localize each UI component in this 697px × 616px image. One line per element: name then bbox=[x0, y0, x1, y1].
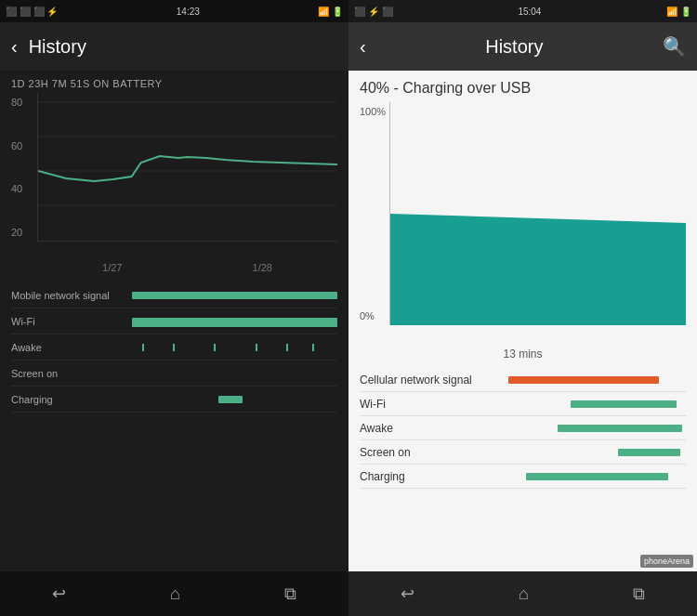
mobile-network-bar bbox=[132, 288, 337, 303]
screen-on-bar bbox=[132, 366, 337, 381]
right-charging-fill bbox=[526, 473, 668, 480]
right-activity-wifi: Wi-Fi bbox=[360, 392, 686, 416]
y-0: 0% bbox=[360, 310, 386, 321]
battery-time-label: 1D 23H 7M 51S ON BATTERY bbox=[0, 71, 348, 93]
right-activity-awake: Awake bbox=[360, 416, 686, 440]
activity-screen-on: Screen on bbox=[11, 360, 337, 387]
right-charging-bar bbox=[508, 470, 686, 483]
left-recents-nav[interactable]: ⧉ bbox=[284, 584, 296, 604]
right-back-button[interactable]: ‹ bbox=[360, 36, 366, 58]
charging-bar-fill bbox=[218, 396, 243, 403]
right-awake-fill bbox=[558, 425, 682, 432]
right-bottom-nav: ↩ ⌂ ⧉ bbox=[348, 571, 697, 616]
right-battery-icon: 📶 🔋 bbox=[666, 7, 691, 17]
left-home-nav[interactable]: ⌂ bbox=[170, 584, 180, 604]
right-activity-bars: Cellular network signal Wi-Fi Awake Scre… bbox=[348, 364, 697, 492]
left-bottom-nav: ↩ ⌂ ⧉ bbox=[0, 571, 348, 616]
left-header: ‹ History bbox=[0, 22, 348, 71]
right-notification-icons: ⬛ ⚡ ⬛ bbox=[354, 7, 393, 17]
right-y-axis: 100% 0% bbox=[360, 102, 386, 325]
charging-status-label: 40% - Charging over USB bbox=[348, 71, 697, 102]
left-battery-icon: 📶 🔋 bbox=[318, 7, 343, 17]
right-activity-charging: Charging bbox=[360, 465, 686, 489]
cellular-bar-fill bbox=[508, 376, 659, 384]
y-20: 20 bbox=[11, 227, 22, 238]
y-100: 100% bbox=[360, 106, 386, 117]
right-activity-cellular: Cellular network signal bbox=[360, 368, 686, 392]
left-status-bar: ⬛ ⬛ ⬛ ⚡ 14:23 📶 🔋 bbox=[0, 0, 348, 22]
right-screen-bar bbox=[508, 446, 686, 459]
svg-marker-4 bbox=[390, 214, 686, 325]
right-awake-label: Awake bbox=[360, 422, 508, 435]
date-127: 1/27 bbox=[102, 262, 122, 273]
awake-bar bbox=[132, 340, 337, 355]
mobile-bar-fill bbox=[132, 292, 337, 299]
battery-charging-chart bbox=[390, 102, 686, 325]
right-wifi-label: Wi-Fi bbox=[360, 398, 508, 411]
search-icon[interactable]: 🔍 bbox=[663, 35, 686, 58]
watermark: phoneArena bbox=[640, 555, 693, 568]
awake-tick-3 bbox=[214, 344, 216, 351]
right-content: 40% - Charging over USB 100% 0% 13 mins … bbox=[348, 71, 697, 571]
activity-charging: Charging bbox=[11, 387, 337, 413]
right-chart-area: 100% 0% bbox=[348, 102, 697, 344]
awake-tick-2 bbox=[173, 344, 175, 351]
right-screen-fill bbox=[618, 449, 680, 456]
left-notification-icons: ⬛ ⬛ ⬛ ⚡ bbox=[6, 7, 58, 17]
right-awake-bar bbox=[508, 422, 686, 435]
right-home-nav[interactable]: ⌂ bbox=[519, 584, 529, 604]
mobile-network-label: Mobile network signal bbox=[11, 290, 132, 301]
right-recents-nav[interactable]: ⧉ bbox=[633, 584, 645, 604]
right-wifi-bar bbox=[508, 398, 686, 411]
right-x-label: 13 mins bbox=[348, 344, 697, 364]
cellular-label: Cellular network signal bbox=[360, 374, 508, 387]
right-title: History bbox=[485, 36, 543, 58]
awake-tick-6 bbox=[312, 344, 314, 351]
right-wifi-fill bbox=[571, 400, 677, 408]
wifi-bar bbox=[132, 314, 337, 329]
charging-bar bbox=[132, 392, 337, 407]
awake-label: Awake bbox=[11, 342, 132, 353]
right-header: ‹ History 🔍 bbox=[348, 22, 697, 71]
right-charging-label: Charging bbox=[360, 470, 508, 483]
right-chart-inner bbox=[389, 102, 686, 325]
left-time: 14:23 bbox=[177, 7, 200, 17]
cellular-bar bbox=[508, 374, 686, 387]
left-panel: ⬛ ⬛ ⬛ ⚡ 14:23 📶 🔋 ‹ History 1D 23H 7M 51… bbox=[0, 0, 348, 616]
date-128: 1/28 bbox=[253, 262, 272, 273]
left-status-icons: ⬛ ⬛ ⬛ ⚡ bbox=[6, 7, 58, 17]
right-panel: ⬛ ⚡ ⬛ 15:04 📶 🔋 ‹ History 🔍 40% - Chargi… bbox=[348, 0, 697, 616]
awake-tick-1 bbox=[142, 344, 144, 351]
right-status-bar: ⬛ ⚡ ⬛ 15:04 📶 🔋 bbox=[348, 0, 697, 22]
screen-on-label: Screen on bbox=[11, 368, 132, 379]
activity-mobile-network: Mobile network signal bbox=[11, 282, 337, 308]
right-back-nav[interactable]: ↩ bbox=[401, 583, 414, 604]
left-activity-bars: Mobile network signal Wi-Fi Awake bbox=[11, 282, 337, 413]
left-title: History bbox=[29, 36, 86, 58]
left-chart-area: 80 60 40 20 bbox=[0, 93, 348, 260]
right-activity-screen: Screen on bbox=[360, 440, 686, 465]
awake-tick-5 bbox=[286, 344, 288, 351]
left-content: 1D 23H 7M 51S ON BATTERY 80 60 40 20 bbox=[0, 71, 348, 571]
activity-awake: Awake bbox=[11, 334, 337, 360]
left-y-axis: 80 60 40 20 bbox=[11, 93, 22, 242]
awake-tick-4 bbox=[256, 344, 257, 351]
left-date-labels: 1/27 1/28 bbox=[0, 260, 348, 275]
wifi-label: Wi-Fi bbox=[11, 316, 132, 327]
activity-wifi: Wi-Fi bbox=[11, 308, 337, 334]
right-screen-label: Screen on bbox=[360, 446, 508, 459]
left-back-nav[interactable]: ↩ bbox=[52, 583, 66, 604]
left-chart-inner bbox=[37, 93, 337, 242]
y-60: 60 bbox=[11, 140, 22, 151]
left-signal-icons: 📶 🔋 bbox=[318, 7, 343, 17]
wifi-bar-fill bbox=[132, 318, 337, 327]
right-time: 15:04 bbox=[518, 7, 541, 17]
charging-label-left: Charging bbox=[11, 394, 132, 405]
battery-chart-svg bbox=[38, 93, 337, 232]
right-status-icons: ⬛ ⚡ ⬛ bbox=[354, 7, 393, 17]
y-40: 40 bbox=[11, 183, 22, 194]
right-signal-icons: 📶 🔋 bbox=[666, 7, 691, 17]
y-80: 80 bbox=[11, 97, 22, 108]
left-back-button[interactable]: ‹ bbox=[11, 36, 18, 58]
